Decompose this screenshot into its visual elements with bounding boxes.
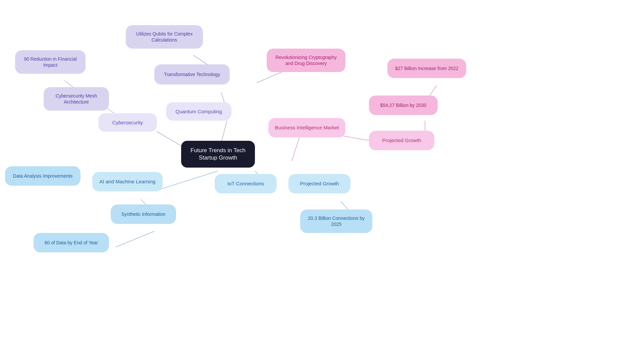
bi-market-node: Business Intelligence Market: [268, 118, 345, 137]
projected-growth-bi-node: Projected Growth: [369, 131, 434, 150]
iot-node: IoT Connections: [215, 174, 277, 193]
bi-market-label: Business Intelligence Market: [275, 124, 339, 131]
quantum-node: Quantum Computing: [166, 102, 231, 121]
svg-line-11: [158, 171, 218, 190]
financial-impact-node: 90 Reduction in Financial Impact: [15, 50, 86, 74]
projected-growth-iot-label: Projected Growth: [300, 180, 339, 187]
svg-line-14: [116, 231, 154, 247]
synthetic-node: Synthetic Information: [111, 204, 176, 224]
cybersecurity-mesh-node: Cybersecurity Mesh Architecture: [44, 87, 109, 111]
20billion-label: 20.3 Billion Connections by 2025: [308, 215, 365, 227]
20billion-node: 20.3 Billion Connections by 2025: [300, 209, 372, 233]
revolutionizing-node: Revolutionizing Cryptography and Drug Di…: [267, 49, 345, 72]
ai-ml-label: AI and Machine Learning: [100, 178, 156, 185]
center-label: Future Trends in Tech Startup Growth: [191, 147, 246, 162]
27billion-label: $27 Billion Increase from 2022: [395, 65, 459, 71]
54billion-label: $54.27 Billion by 2030: [380, 102, 427, 108]
financial-impact-label: 90 Reduction in Financial Impact: [24, 56, 76, 68]
quantum-label: Quantum Computing: [175, 108, 222, 115]
transformative-node: Transformative Technology: [154, 64, 230, 84]
data-analysis-label: Data Analysis Improvements: [13, 173, 72, 179]
cybersecurity-label: Cybersecurity: [112, 119, 143, 126]
revolutionizing-label: Revolutionizing Cryptography and Drug Di…: [275, 54, 337, 66]
qubits-label: Utilizes Qubits for Complex Calculations: [136, 31, 193, 43]
synthetic-label: Synthetic Information: [121, 211, 166, 217]
projected-growth-iot-node: Projected Growth: [288, 174, 351, 193]
svg-line-7: [292, 135, 300, 161]
iot-label: IoT Connections: [227, 180, 264, 187]
projected-growth-bi-label: Projected Growth: [382, 137, 421, 144]
data-analysis-node: Data Analysis Improvements: [5, 166, 80, 186]
cybersecurity-node: Cybersecurity: [98, 113, 157, 132]
ai-ml-node: AI and Machine Learning: [92, 172, 163, 191]
data-end-year-node: 60 of Data by End of Year: [34, 233, 109, 252]
qubits-node: Utilizes Qubits for Complex Calculations: [126, 25, 203, 49]
transformative-label: Transformative Technology: [164, 71, 220, 77]
cybersecurity-mesh-label: Cybersecurity Mesh Architecture: [56, 93, 97, 105]
27billion-node: $27 Billion Increase from 2022: [387, 59, 466, 78]
54billion-node: $54.27 Billion by 2030: [369, 96, 438, 115]
center-node: Future Trends in Tech Startup Growth: [181, 141, 255, 168]
data-end-year-label: 60 of Data by End of Year: [45, 240, 98, 246]
